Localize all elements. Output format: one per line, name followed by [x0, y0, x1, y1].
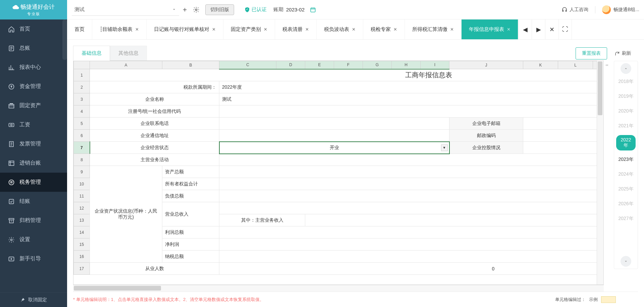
- add-button[interactable]: [179, 4, 191, 15]
- tab[interactable]: 税负波动表✕: [317, 19, 363, 39]
- tab[interactable]: 固定资产类别✕: [223, 19, 275, 39]
- column-headers[interactable]: ABCDEFGHIJKLMNOPQ: [74, 61, 597, 69]
- consult-button[interactable]: 人工咨询: [561, 7, 588, 13]
- row-num[interactable]: 17: [74, 263, 90, 275]
- tab-prev[interactable]: ◀: [518, 19, 532, 39]
- sidebar-item-asset[interactable]: 固定资产: [0, 96, 67, 115]
- total-revenue-value[interactable]: [219, 202, 597, 214]
- tab[interactable]: ┆目辅助余额表✕: [92, 19, 147, 39]
- sidebar-item-settings[interactable]: 设置: [0, 230, 67, 249]
- spreadsheet[interactable]: ABCDEFGHIJKLMNOPQ 1 工商年报信息表 2 税款所属期间： 20…: [73, 60, 604, 285]
- sidebar-item-inout[interactable]: 进销台账: [0, 154, 67, 173]
- tab-fullscreen[interactable]: ⛶: [558, 19, 572, 39]
- tab-close-icon[interactable]: ✕: [135, 27, 139, 32]
- row-num[interactable]: 13: [74, 214, 90, 226]
- horizontal-scrollbar[interactable]: [73, 285, 604, 292]
- col-header[interactable]: C: [219, 61, 276, 69]
- address-value[interactable]: [219, 130, 449, 142]
- phone-value[interactable]: [219, 118, 449, 130]
- col-header[interactable]: M: [593, 61, 597, 69]
- row-num[interactable]: 4: [74, 105, 90, 118]
- sidebar-item-guide[interactable]: 新手引导: [0, 249, 67, 268]
- sidebar-item-home[interactable]: 首页: [0, 19, 67, 39]
- row-num[interactable]: 7: [74, 142, 90, 154]
- sidebar-item-archive[interactable]: 归档管理: [0, 211, 67, 230]
- company-dropdown[interactable]: 测试: [72, 4, 179, 16]
- sidebar-item-funds[interactable]: 资金管理: [0, 77, 67, 96]
- year-item[interactable]: 2021年: [614, 119, 638, 133]
- col-header[interactable]: J: [449, 61, 523, 69]
- status-value[interactable]: 开业 ▼: [219, 142, 449, 154]
- sidebar-item-tax[interactable]: 税务管理: [0, 173, 67, 192]
- year-item[interactable]: 2025年: [614, 182, 638, 196]
- mainbiz-value[interactable]: [219, 154, 597, 166]
- subtab-other[interactable]: 其他信息: [110, 46, 147, 61]
- row-num[interactable]: 11: [74, 190, 90, 202]
- tab[interactable]: 年报信息申报表✕: [462, 19, 518, 39]
- tab[interactable]: 所得税汇算清缴✕: [405, 19, 462, 39]
- zip-value[interactable]: [523, 130, 597, 142]
- total-profit-value[interactable]: [219, 226, 597, 238]
- col-header[interactable]: E: [305, 61, 334, 69]
- refresh-button[interactable]: 刷新: [614, 50, 631, 56]
- sidebar-item-invoice[interactable]: 发票管理: [0, 134, 67, 154]
- company-name-value[interactable]: 测试: [219, 93, 597, 105]
- tab-close-icon[interactable]: ✕: [352, 27, 356, 32]
- tab-close-icon[interactable]: ✕: [212, 27, 216, 32]
- tab[interactable]: 首页: [67, 19, 92, 39]
- col-header[interactable]: A: [90, 61, 162, 69]
- col-header[interactable]: F: [334, 61, 363, 69]
- calendar-button[interactable]: [307, 4, 319, 15]
- tab-close-icon[interactable]: ✕: [507, 27, 511, 32]
- tab-close-icon[interactable]: ✕: [450, 27, 454, 32]
- year-item[interactable]: 2018年: [614, 75, 638, 89]
- row-num[interactable]: 2: [74, 81, 90, 93]
- sidebar-item-close[interactable]: 结账: [0, 192, 67, 211]
- row-num[interactable]: 5: [74, 118, 90, 130]
- row-num[interactable]: 10: [74, 178, 90, 190]
- sidebar-item-report[interactable]: 报表中心: [0, 58, 67, 77]
- main-revenue-value[interactable]: [305, 214, 597, 226]
- row-num[interactable]: 6: [74, 130, 90, 142]
- row-num[interactable]: 8: [74, 154, 90, 166]
- col-header[interactable]: L: [558, 61, 593, 69]
- total-tax-value[interactable]: [219, 251, 597, 263]
- year-item[interactable]: 2019年: [614, 89, 638, 103]
- col-header[interactable]: G: [363, 61, 392, 69]
- col-header[interactable]: D: [276, 61, 305, 69]
- subtab-basic[interactable]: 基础信息: [73, 46, 110, 61]
- sidebar-scrollbar[interactable]: [62, 19, 67, 60]
- tab-close-icon[interactable]: ✕: [305, 27, 309, 32]
- tab[interactable]: 日记账与银行对账单核对✕: [147, 19, 223, 39]
- reg-code-value[interactable]: [219, 105, 597, 118]
- year-item[interactable]: 2024年: [614, 167, 638, 181]
- year-down-button[interactable]: [621, 256, 631, 267]
- dropdown-arrow-icon[interactable]: ▼: [441, 144, 448, 151]
- year-up-button[interactable]: [621, 63, 631, 74]
- row-num[interactable]: 14: [74, 226, 90, 238]
- settings-button[interactable]: [191, 4, 202, 15]
- tab-next[interactable]: ▶: [532, 19, 545, 39]
- select-all-corner[interactable]: [74, 61, 90, 69]
- year-item[interactable]: 2027年: [614, 212, 638, 226]
- net-profit-value[interactable]: [219, 238, 597, 251]
- row-num[interactable]: 9: [74, 166, 90, 178]
- old-version-button[interactable]: 切到旧版: [205, 4, 234, 15]
- year-item[interactable]: 2022年: [616, 135, 636, 150]
- user-menu[interactable]: 畅捷通B组...: [602, 5, 639, 14]
- sidebar-item-salary[interactable]: 工资: [0, 115, 67, 134]
- col-header[interactable]: K: [523, 61, 558, 69]
- year-item[interactable]: 2026年: [614, 197, 638, 211]
- row-num[interactable]: 16: [74, 251, 90, 263]
- tab-close-icon[interactable]: ✕: [393, 27, 397, 32]
- pin-toggle[interactable]: 取消固定: [0, 292, 67, 307]
- period-value-cell[interactable]: 2022年度: [219, 81, 597, 93]
- row-num[interactable]: 12: [74, 202, 90, 214]
- total-liab-value[interactable]: [219, 190, 597, 202]
- year-item[interactable]: 2023年: [614, 152, 638, 167]
- email-value[interactable]: [523, 118, 597, 130]
- col-header[interactable]: I: [421, 61, 449, 69]
- col-header[interactable]: H: [392, 61, 421, 69]
- tab[interactable]: 税表清册✕: [275, 19, 317, 39]
- reset-report-button[interactable]: 重置报表: [576, 47, 607, 59]
